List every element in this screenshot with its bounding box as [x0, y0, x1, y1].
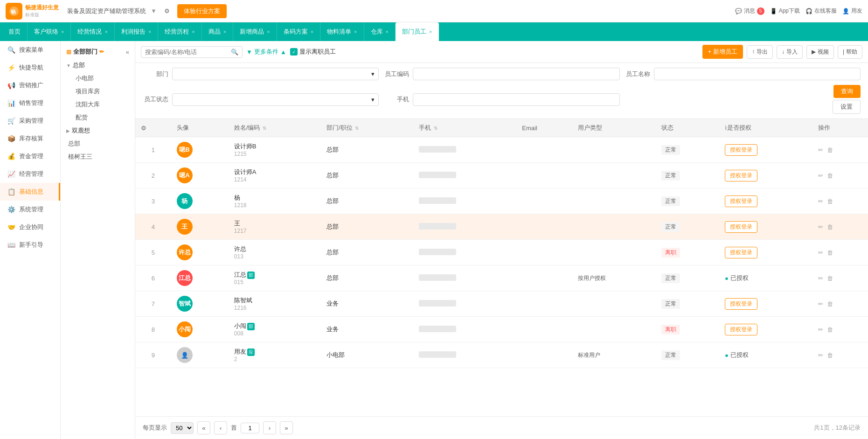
delete-icon[interactable]: 🗑 [827, 352, 833, 359]
show-resigned-checkbox[interactable]: ✓ 显示离职员工 [290, 48, 336, 56]
app-download-button[interactable]: 📱 App下载 [770, 7, 800, 15]
dept-item-projectroom[interactable]: 项目库房 [72, 85, 131, 98]
sidebar-item-shortcut[interactable]: ⚡ 快捷导航 [0, 59, 60, 77]
dropdown-arrow-system[interactable]: ▼ [151, 7, 157, 14]
import-button[interactable]: ↓ 导入 [777, 45, 803, 59]
delete-icon[interactable]: 🗑 [827, 300, 833, 307]
sidebar-item-collab[interactable]: 🤝 企业协同 [0, 218, 60, 236]
sidebar-item-search[interactable]: 🔍 搜索菜单 [0, 41, 60, 59]
delete-icon[interactable]: 🗑 [827, 198, 833, 205]
user-menu[interactable]: 👤 用友 [842, 7, 862, 15]
sidebar-item-finance[interactable]: 💰 资金管理 [0, 147, 60, 165]
query-button[interactable]: 查询 [833, 85, 861, 98]
tab-staff[interactable]: 部门员工 × [396, 22, 439, 41]
message-button[interactable]: 💬 消息 5 [735, 7, 764, 15]
edit-dept-icon[interactable]: ✏ [99, 49, 104, 55]
search-input-wrap[interactable]: 🔍 [141, 46, 243, 58]
auth-button[interactable]: 授权登录 [725, 324, 757, 335]
auth-button[interactable]: 授权登录 [725, 298, 757, 310]
emp-status-select[interactable]: ▾ [172, 93, 379, 106]
dept-group-general[interactable]: ▼总部 [64, 59, 131, 72]
close-icon[interactable]: × [104, 29, 107, 35]
edit-icon[interactable]: ✏ [818, 352, 823, 359]
sidebar-item-marketing[interactable]: 📢 营销推广 [0, 77, 60, 94]
tab-operation[interactable]: 经营情况 × [71, 22, 114, 41]
phone-input[interactable] [413, 93, 619, 106]
dept-item-xiaodian[interactable]: 小电部 [72, 72, 131, 85]
col-name[interactable]: 姓名/编码 ⇅ [229, 119, 321, 137]
edit-icon[interactable]: ✏ [818, 300, 823, 307]
auth-button[interactable]: 授权登录 [725, 170, 757, 181]
edit-icon[interactable]: ✏ [818, 326, 823, 333]
dept-item-zongbu[interactable]: 总部 [64, 137, 131, 150]
tab-customer[interactable]: 客户联络 × [28, 22, 71, 41]
prev-page-button[interactable]: ‹ [214, 421, 227, 434]
search-input[interactable] [145, 49, 229, 56]
page-size-select[interactable]: 50 [171, 422, 194, 434]
delete-icon[interactable]: 🗑 [827, 172, 833, 179]
edit-icon[interactable]: ✏ [818, 146, 823, 153]
sidebar-item-management[interactable]: 📈 经营管理 [0, 165, 60, 183]
edit-icon[interactable]: ✏ [818, 172, 823, 179]
sidebar-item-sales[interactable]: 📊 销售管理 [0, 94, 60, 112]
delete-icon[interactable]: 🗑 [827, 275, 833, 282]
edit-icon[interactable]: ✏ [818, 223, 823, 230]
close-icon[interactable]: × [61, 29, 64, 35]
help-button[interactable]: | 帮助 [838, 45, 862, 59]
last-page-button[interactable]: » [280, 421, 293, 434]
service-button[interactable]: 🎧 在线客服 [806, 7, 837, 15]
close-icon[interactable]: × [223, 29, 226, 35]
edit-icon[interactable]: ✏ [818, 198, 823, 205]
add-employee-button[interactable]: + 新增员工 [702, 45, 743, 59]
export-button[interactable]: ↑ 导出 [747, 45, 773, 59]
sidebar-item-guide[interactable]: 📖 新手引导 [0, 236, 60, 254]
dept-item-zhishu[interactable]: 植树王三 [64, 150, 131, 163]
sidebar-item-inventory[interactable]: 📦 库存核算 [0, 130, 60, 147]
tab-home[interactable]: 首页 [2, 22, 28, 41]
delete-icon[interactable]: 🗑 [827, 223, 833, 230]
delete-icon[interactable]: 🗑 [827, 249, 833, 256]
edit-icon[interactable]: ✏ [818, 249, 823, 256]
tab-profit[interactable]: 利润报告 × [115, 22, 158, 41]
close-icon[interactable]: × [354, 29, 357, 35]
dept-item-shenyang[interactable]: 沈阳大库 [72, 98, 131, 111]
tab-history[interactable]: 经营历程 × [158, 22, 201, 41]
auth-button[interactable]: 授权登录 [725, 195, 757, 207]
sidebar-item-basic-info[interactable]: 📋 基础信息 [0, 183, 60, 201]
close-icon[interactable]: × [311, 29, 313, 35]
auth-button[interactable]: 授权登录 [725, 247, 757, 258]
tab-bom[interactable]: 物料清单 × [320, 22, 364, 41]
first-page-button[interactable]: « [197, 421, 210, 434]
close-icon[interactable]: × [386, 29, 389, 35]
dept-group-shuanglu[interactable]: ▶双鹿想 [64, 124, 131, 137]
sidebar-item-system[interactable]: ⚙️ 系统管理 [0, 201, 60, 218]
close-icon[interactable]: × [429, 29, 432, 35]
tab-barcode[interactable]: 条码方案 × [277, 22, 320, 41]
tab-add-goods[interactable]: 新增商品 × [233, 22, 277, 41]
collapse-icon[interactable]: « [126, 49, 129, 56]
view-button[interactable]: ▶ 视频 [806, 45, 834, 59]
dept-select[interactable]: ▾ [172, 68, 379, 80]
close-icon[interactable]: × [192, 29, 194, 35]
gear-button[interactable]: ⚙ [160, 5, 174, 18]
sidebar-item-purchase[interactable]: 🛒 采购管理 [0, 112, 60, 130]
dept-item-peihuo[interactable]: 配货 [72, 111, 131, 124]
emp-name-input[interactable] [654, 68, 861, 80]
more-filters-button[interactable]: ▼ 更多条件 ▲ [246, 48, 286, 56]
trial-button[interactable]: 体验行业方案 [177, 4, 227, 18]
close-icon[interactable]: × [267, 29, 270, 35]
edit-icon[interactable]: ✏ [818, 275, 823, 282]
close-icon[interactable]: × [148, 29, 151, 35]
auth-button[interactable]: 授权登录 [725, 221, 757, 233]
col-settings[interactable]: ⚙ [135, 119, 171, 137]
page-number-input[interactable] [241, 423, 259, 433]
delete-icon[interactable]: 🗑 [827, 146, 833, 153]
tab-warehouse[interactable]: 仓库 × [364, 22, 396, 41]
col-phone[interactable]: 手机 ⇅ [413, 119, 516, 137]
auth-button[interactable]: 授权登录 [725, 144, 757, 156]
set-button[interactable]: 设置 [833, 100, 861, 114]
next-page-button[interactable]: › [263, 421, 276, 434]
delete-icon[interactable]: 🗑 [827, 326, 833, 333]
emp-code-input[interactable] [413, 68, 619, 80]
col-dept[interactable]: 部门/职位 ⇅ [321, 119, 413, 137]
